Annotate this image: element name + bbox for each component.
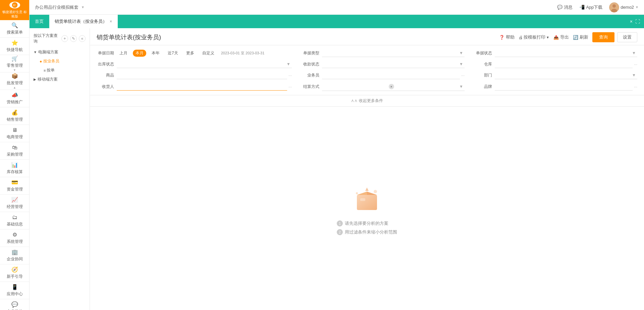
sidebar-item-system[interactable]: ⚙ 系统管理 (0, 229, 29, 247)
doctype-select[interactable]: ▼ (322, 49, 465, 57)
help-btn[interactable]: ❓ 帮助 (499, 34, 515, 40)
sidebar-item-wechat[interactable]: 💬 企业微信 (0, 299, 29, 310)
brand-more-icon[interactable]: ··· (634, 85, 637, 89)
date-btn-lastmonth[interactable]: 上月 (117, 50, 130, 57)
message-icon: 💬 (557, 5, 562, 10)
quicknav-icon: ⭐ (11, 40, 18, 46)
docstatus-select[interactable]: ▼ (495, 49, 637, 57)
outstatus-select[interactable]: ▼ (117, 60, 292, 68)
sidebar-item-search[interactable]: 🔍 搜索菜单 (0, 20, 29, 38)
messages-btn[interactable]: 💬 消息 (557, 4, 573, 10)
content-area: 按以下方案查询 + ✎ « ▼ 电脑端方案 (30, 28, 644, 310)
add-scheme-btn[interactable]: + (61, 35, 68, 42)
sidebar-item-ecommerce[interactable]: 🖥 电商管理 (0, 125, 29, 142)
user-profile[interactable]: demo2 ▼ (609, 2, 639, 12)
salesperson-more-icon[interactable]: ··· (461, 73, 465, 78)
svg-marker-6 (357, 192, 367, 195)
tree-subitem-order[interactable]: ≡ 按单 (30, 66, 90, 75)
tree-toggle-icon: ▼ (34, 50, 37, 54)
svg-marker-11 (365, 188, 369, 191)
collapse-panel-btn[interactable]: « (79, 35, 86, 42)
marketing-icon: 📣 (11, 92, 18, 98)
app-download-btn[interactable]: 📲 App下载 (579, 4, 602, 10)
empty-icon (350, 182, 384, 215)
settle-dropdown-icon: ▼ (459, 84, 463, 89)
outstatus-label: 出库状态 (97, 61, 114, 67)
brand-input[interactable] (495, 83, 633, 91)
edit-scheme-btn[interactable]: ✎ (70, 35, 77, 42)
sidebar-item-newuser[interactable]: 🧭 新手引导 (0, 264, 29, 282)
svg-text:好: 好 (13, 3, 16, 7)
product-input[interactable] (117, 71, 287, 79)
right-panel: 销货单统计表(按业务员) ❓ 帮助 🖨 按模板打印 ▼ 📤 导出 (90, 28, 644, 310)
receiver-label: 收货人 (97, 84, 114, 90)
tree-group-mobile[interactable]: ▶ 移动端方案 (30, 75, 90, 84)
export-btn[interactable]: 📤 导出 (553, 34, 569, 40)
sidebar-item-basic[interactable]: 🗂 基础信息 (0, 212, 29, 229)
tree-group-desktop[interactable]: ▼ 电脑端方案 (30, 48, 90, 57)
warehouse-input[interactable] (495, 60, 633, 68)
svg-rect-8 (360, 198, 365, 201)
outstatus-dropdown-icon: ▼ (286, 62, 290, 66)
print-btn[interactable]: 🖨 按模板打印 ▼ (519, 34, 549, 40)
window-maximize-btn[interactable]: ⛶ (635, 19, 640, 24)
sidebar-item-sales[interactable]: 💰 销售管理 (0, 107, 29, 125)
sidebar-item-marketing[interactable]: 📣 营销推广 (0, 90, 29, 107)
query-button[interactable]: 查询 (592, 32, 614, 42)
setting-button[interactable]: 设置 (617, 32, 637, 42)
sidebar-item-retail[interactable]: 🛒 零售管理 ▼ (0, 55, 29, 72)
page-header: 销货单统计表(按业务员) ❓ 帮助 🖨 按模板打印 ▼ 📤 导出 (90, 28, 644, 45)
sidebar-item-quicknav[interactable]: ⭐ 快捷导航 (0, 38, 29, 55)
settle-select[interactable]: × ▼ (322, 83, 465, 91)
filter-warehouse-field: 仓库 ··· (475, 60, 637, 68)
filter-area: 单据日期 上月 本月 本年 近7天 更多 自定义 2023-03-01 至 20… (90, 45, 644, 95)
sidebar-item-purchase[interactable]: 🛍 采购管理 (0, 142, 29, 160)
filter-row-1: 单据日期 上月 本月 本年 近7天 更多 自定义 2023-03-01 至 20… (97, 49, 637, 57)
sidebar-item-finance[interactable]: 💳 资金管理 (0, 177, 29, 195)
refresh-btn[interactable]: 🔄 刷新 (573, 34, 588, 40)
svg-point-9 (374, 190, 377, 193)
tip-num-1: 1 (337, 220, 343, 226)
tab-home[interactable]: 首页 (30, 15, 49, 28)
department-select[interactable]: ▼ (495, 71, 637, 79)
salesperson-label: 业务员 (302, 72, 319, 78)
date-btn-thisyear[interactable]: 本年 (149, 50, 162, 57)
sidebar-item-inventory[interactable]: 📊 库存核算 (0, 160, 29, 177)
empty-tips: 1 请先选择要分析的方案 2 用过滤条件来缩小分析范围 (337, 220, 397, 235)
avatar (609, 2, 619, 12)
warehouse-more-icon[interactable]: ··· (634, 62, 637, 67)
sidebar-item-operations[interactable]: 📈 经营管理 (0, 195, 29, 212)
tab-sales-stat[interactable]: 销货单统计表（按业务员） × (49, 15, 118, 28)
sidebar-item-enterprise[interactable]: 🏢 企业协同 (0, 247, 29, 264)
receiver-input[interactable] (117, 83, 287, 91)
date-btn-7days[interactable]: 近7天 (165, 50, 181, 57)
filter-doctype-field: 单据类型 ▼ (302, 49, 465, 57)
filter-date-field: 单据日期 上月 本月 本年 近7天 更多 自定义 2023-03-01 至 20… (97, 50, 292, 57)
sidebar-item-appcenter[interactable]: 📱 应用中心 (0, 282, 29, 299)
collapse-bar[interactable]: ∧∧ 收起更多条件 (90, 95, 644, 107)
settle-clear-btn[interactable]: × (389, 84, 394, 89)
sidebar: 好 畅捷通好生意 标账版 🔍 搜索菜单 ⭐ 快捷导航 🛒 零售管理 ▼ 📦 批发… (0, 0, 30, 310)
window-close-btn[interactable]: × (630, 19, 633, 24)
doctype-dropdown-icon: ▼ (459, 51, 463, 55)
product-more-icon[interactable]: ··· (288, 73, 292, 78)
tree-item-salesperson[interactable]: ● 按业务员 (30, 57, 90, 66)
sidebar-item-wholesale[interactable]: 📦 批发管理 ▲ (0, 72, 29, 90)
date-btn-thismonth[interactable]: 本月 (133, 50, 146, 57)
date-btn-custom[interactable]: 自定义 (200, 50, 217, 57)
receiver-more-icon[interactable]: ··· (288, 85, 292, 89)
date-label: 单据日期 (97, 50, 114, 56)
filter-receiver-field: 收货人 ··· (97, 83, 292, 91)
date-btn-more[interactable]: 更多 (183, 50, 197, 57)
receivestatus-select[interactable]: ▼ (322, 60, 465, 68)
logo-icon: 好 (9, 2, 20, 8)
salesperson-input[interactable] (322, 71, 460, 79)
user-dropdown-icon: ▼ (635, 5, 639, 9)
active-item-icon: ● (40, 59, 42, 64)
tab-close-btn[interactable]: × (110, 19, 112, 24)
breadcrumb-dropdown-icon[interactable]: ▼ (81, 5, 85, 9)
date-filter: 上月 本月 本年 近7天 更多 自定义 2023-03-01 至 2023-03… (117, 50, 264, 57)
empty-state: 1 请先选择要分析的方案 2 用过滤条件来缩小分析范围 (337, 182, 397, 235)
main-area: 办公用品行业模拟账套 ▼ 💬 消息 📲 App下载 demo2 ▼ 首页 (30, 0, 644, 310)
sales-icon: 💰 (11, 109, 18, 116)
